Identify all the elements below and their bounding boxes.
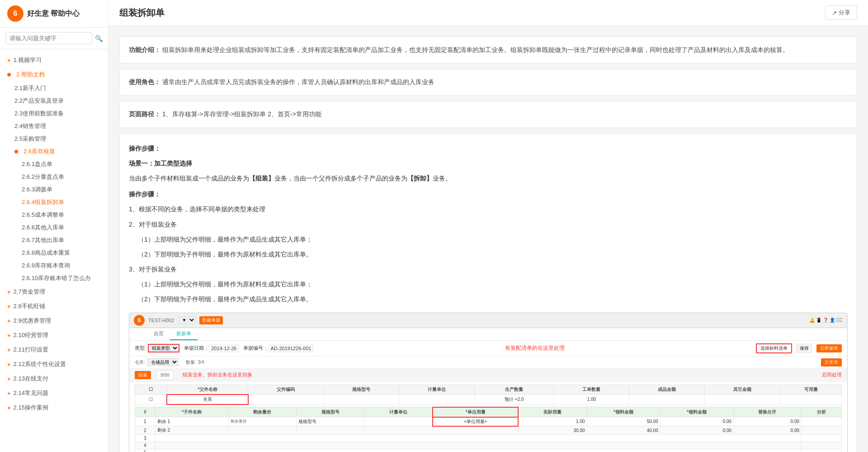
ss-th-checkbox: ☐	[135, 385, 167, 395]
role-text: 通常由生产人员或库管人员完成拆装业务的操作，库管人员确认原材料的出库和产成品的入…	[162, 78, 434, 86]
sidebar-item-partial[interactable]: 2.6.2分量盘点单	[0, 171, 108, 183]
ss-sub-th-actual: 实际用量	[518, 407, 587, 417]
ss-tab-home[interactable]: 自页	[147, 328, 170, 340]
scene1-desc: 当由多个子件材料组装成一个成品的业务为【组装】业务，当由一个父件拆分成多个子产品…	[129, 173, 848, 184]
sidebar-item-purchase[interactable]: 2.5采购管理	[0, 133, 108, 145]
ss-warehouse-row: 仓库: 仓储品用	[135, 358, 179, 366]
ss-sub-th-unit: 计量单位	[364, 407, 433, 417]
ss-icons: 🔔 📱 ❓ 👤 CC	[809, 318, 843, 323]
ss-tab-new[interactable]: 新新单	[170, 328, 198, 340]
ss-th-avail: 可用量	[780, 385, 842, 395]
sidebar-item-sales[interactable]: 2.4销售管理	[0, 120, 108, 133]
ss-warehouse-select[interactable]: 仓储品用	[147, 358, 179, 366]
sidebar-item-data[interactable]: 2.3使用前数据准备	[0, 107, 108, 120]
ss-sub-table-wrap: # *子件名称 剩余量价 规格型号 计量单位 *单位用量 实际用量 *领料金额 …	[129, 405, 847, 452]
ss-top-td-otheramt	[705, 395, 780, 404]
ss-disassembly-btn[interactable]: 拆卸	[156, 371, 174, 380]
ss-company-select[interactable]: ▼	[178, 316, 196, 324]
sidebar-item-cost[interactable]: 2.6.5成本调整单	[0, 209, 108, 221]
ss-type-field: 类型: 组装类型	[135, 344, 179, 352]
ops-steps-title: 操作步骤：	[129, 189, 848, 200]
role-label: 使用角色：	[129, 78, 160, 86]
ss-date-val: 2019-12-26	[209, 345, 239, 352]
ss-top-td-avail	[780, 395, 842, 404]
topbar: 组装拆卸单 ↗ 分享	[108, 0, 868, 26]
step1: 1、根据不同的业务，选择不同单据的类型来处理	[129, 204, 848, 215]
ss-top-td-work: 1.00	[554, 395, 629, 404]
sidebar-item-mobile[interactable]: + 2.8手机旺铺	[0, 299, 108, 314]
ss-code-field: 单据编号: AD-20191226-001	[243, 345, 313, 352]
ss-ann3: 组装业务、拆卸业务在这里切换	[183, 371, 252, 378]
app-logo: 6	[7, 5, 24, 22]
sidebar-item-fund[interactable]: + 2.7资金管理	[0, 285, 108, 299]
ops-title: 操作步骤：	[129, 145, 160, 152]
ss-top-table: ☐ *父件名称 父件编码 规格型号 计量单位 生产数量 工单数量 成品金额 其它…	[135, 385, 842, 405]
ss-logo: 6	[134, 315, 145, 326]
sidebar-item-faq[interactable]: + 2.14常见问题	[0, 386, 108, 400]
ss-th-otheramt: 其它金额	[705, 385, 780, 395]
dot-orange-icon	[14, 150, 18, 153]
step2-2: （2）下部明细为子件明细，最终作为原材料生成其它出库单。	[129, 249, 848, 260]
sidebar-item-coupon[interactable]: + 2.9优惠券管理	[0, 314, 108, 328]
share-icon: ↗	[832, 10, 837, 16]
content-area: 功能介绍： 组装拆卸单用来处理企业组装或拆卸等加工业务，支持有固定装配清单的产品…	[108, 26, 868, 452]
ops-section: 操作步骤： 场景一：加工类型选择 当由多个子件材料组装成一个成品的业务为【组装】…	[119, 133, 857, 452]
func-intro-block: 功能介绍： 组装拆卸单用来处理企业组装或拆卸等加工业务，支持有固定装配清单的产品…	[119, 37, 857, 63]
sidebar-item-inventory[interactable]: 2.6库存核算	[0, 145, 108, 158]
sidebar-item-video-label: 1.视频学习	[14, 56, 42, 64]
sidebar-item-print[interactable]: + 2.11打印设置	[0, 343, 108, 357]
ss-assembly-btn[interactable]: 组装	[135, 371, 151, 379]
sidebar-item-install[interactable]: 2.2产品安装及登录	[0, 95, 108, 107]
ss-date-field: 单据日期: 2019-12-26	[184, 345, 239, 352]
sidebar-item-online[interactable]: + 2.13在线支付	[0, 371, 108, 386]
ss-sub-th-qty: 剩余量价	[228, 407, 296, 417]
ss-save-btn[interactable]: 保存	[797, 344, 812, 353]
sidebar-item-new[interactable]: 2.1新手入门	[0, 82, 108, 95]
sidebar-item-count[interactable]: 2.6.1盘点单	[0, 158, 108, 171]
ss-confirm-btn[interactable]: 立发布	[821, 358, 842, 366]
func-intro-label: 功能介绍：	[129, 46, 160, 53]
sidebar-item-goodscost[interactable]: 2.6.8商品成本重算	[0, 247, 108, 259]
sidebar-item-personalize[interactable]: + 2.12系统个性化设置	[0, 357, 108, 371]
path-block: 页面路径： 1、库存核算->库存管理->组装拆卸单 2、首页->常用功能	[119, 101, 857, 128]
ss-sub-th-mat2: *领料金额	[660, 407, 733, 417]
sidebar-item-cases[interactable]: + 2.15操作案例	[0, 400, 108, 415]
sidebar-item-docs[interactable]: 2.帮助文档	[0, 67, 108, 82]
search-input[interactable]	[5, 32, 92, 44]
ss-type-select[interactable]: 组装类型	[148, 344, 179, 352]
ss-bom-btn[interactable]: 选择标料清单	[756, 343, 792, 353]
step2-1: （1）上部明细为父件明细，最终作为产成品生成其它入库单；	[129, 234, 848, 245]
ss-sub-table: # *子件名称 剩余量价 规格型号 计量单位 *单位用量 实际用量 *领料金额 …	[135, 407, 842, 452]
ss-ann1: 有装配清单的在这里处理	[318, 344, 751, 352]
ss-top-td-name: 关系	[167, 395, 248, 404]
ss-code-val: AD-20191226-001	[268, 345, 313, 352]
sidebar-item-inother[interactable]: 2.6.6其他入库单	[0, 221, 108, 234]
page-title: 组装拆卸单	[119, 7, 165, 19]
ss-publish-btn[interactable]: 立即发布	[816, 344, 842, 352]
step3-1: （1）上部明细为父件明细，最终作为原材料生成其它出库单；	[129, 279, 848, 290]
step3: 3、对于拆装业务	[129, 264, 848, 275]
nav-tree: + 1.视频学习 2.帮助文档 2.1新手入门 2.2产品安装及登录 2.3使用…	[0, 49, 108, 452]
sidebar-item-stockcheck[interactable]: 2.6.9库存账本查询	[0, 259, 108, 272]
sidebar-item-assembly[interactable]: 2.6.4组装拆卸单	[0, 196, 108, 209]
ss-sub-th-spec: 规格型号	[296, 407, 364, 417]
step3-2: （2）下部明细为子件明细，最终作为产成品生成其它入库单。	[129, 294, 848, 305]
ss-top-td-check: ☐	[135, 395, 167, 404]
ss-top-table-wrap: ☐ *父件名称 父件编码 规格型号 计量单位 生产数量 工单数量 成品金额 其它…	[129, 382, 847, 405]
ss-company: TEST-H002	[148, 318, 174, 323]
ss-th-work: 工单数量	[554, 385, 629, 395]
ss-th-code: 父件编码	[248, 385, 324, 395]
sidebar-item-outother[interactable]: 2.6.7其他出库单	[0, 234, 108, 247]
ss-new-btn[interactable]: 新建单据	[199, 316, 223, 324]
search-button[interactable]: 🔍	[95, 35, 103, 42]
func-intro-text: 组装拆卸单用来处理企业组装或拆卸等加工业务，支持有固定装配清单的产品加工业务，也…	[162, 46, 789, 53]
share-button[interactable]: ↗ 分享	[825, 5, 857, 20]
step2: 2、对于组装业务	[129, 219, 848, 230]
sidebar-item-stockerr[interactable]: 2.6.10库存账本错了怎么办	[0, 272, 108, 285]
sidebar-item-adjust[interactable]: 2.6.3调拨单	[0, 183, 108, 196]
sidebar-item-ops[interactable]: + 2.10经营管理	[0, 328, 108, 343]
ss-th-name: *父件名称	[167, 385, 248, 395]
sidebar: 6 好生意 帮助中心 🔍 + 1.视频学习 2.帮助文档 2.1新手入门 2.2…	[0, 0, 108, 452]
ss-top-td-code	[248, 395, 324, 404]
sidebar-item-video[interactable]: + 1.视频学习	[0, 53, 108, 67]
